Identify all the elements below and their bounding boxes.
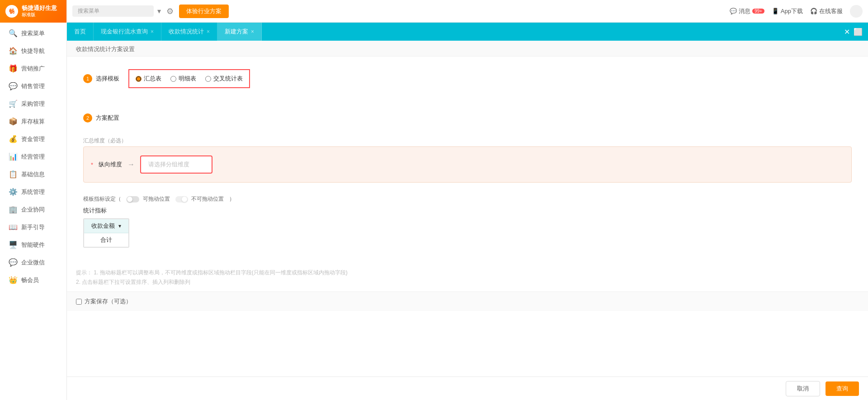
radio-detail-label: 明细表 [179, 75, 196, 83]
legend-close-paren: ） [229, 195, 235, 203]
radio-summary-input[interactable] [136, 76, 142, 82]
sidebar-label-purchase: 采购管理 [21, 100, 45, 108]
sidebar-label-search: 搜索菜单 [21, 29, 45, 38]
industry-btn[interactable]: 体验行业方案 [179, 5, 229, 18]
indicator-col-header-label: 收款金额 [91, 222, 115, 230]
sidebar-icon-newbie: 📖 [9, 223, 18, 231]
sidebar-icon-basic: 📋 [9, 170, 18, 179]
notification-badge: 99+ [752, 9, 764, 14]
support-icon: 🎧 [810, 8, 817, 14]
tab-expand-btn[interactable]: ⬜ [854, 28, 863, 36]
notification-item[interactable]: 💬 消息 99+ [730, 7, 764, 15]
arrow-right-icon: → [127, 160, 135, 169]
radio-summary-label: 汇总表 [144, 75, 161, 83]
vertical-dim-label: 纵向维度 [99, 160, 122, 169]
sidebar-icon-capital: 💰 [9, 135, 18, 143]
sidebar-label-operation: 经营管理 [21, 153, 45, 161]
tab-new-plan-close[interactable]: × [251, 28, 254, 35]
sidebar-item-quick-nav[interactable]: 🏠 快捷导航 [0, 42, 66, 60]
sidebar-label-newbie: 新手引导 [21, 223, 45, 231]
sidebar-icon-wechat: 💬 [9, 258, 18, 267]
sidebar-item-enterprise[interactable]: 🏢 企业协同 [0, 201, 66, 218]
indicator-col-body: 合计 [84, 233, 128, 247]
sidebar-item-newbie[interactable]: 📖 新手引导 [0, 218, 66, 236]
radio-cross[interactable]: 交叉统计表 [205, 75, 243, 83]
main-area: 搜索菜单 ▾ ⚙ 体验行业方案 💬 消息 99+ 📱 App下载 🎧 在线客服 [67, 0, 868, 400]
support-item[interactable]: 🎧 在线客服 [810, 7, 843, 15]
radio-cross-input[interactable] [205, 76, 211, 82]
sidebar-item-sales[interactable]: 💬 销售管理 [0, 77, 66, 95]
radio-detail[interactable]: 明细表 [170, 75, 196, 83]
bottom-bar: 取消 查询 [67, 376, 868, 400]
fixed-indicator: 不可拖动位置 [175, 195, 224, 203]
tab-receipt-stats-close[interactable]: × [207, 28, 210, 35]
radio-cross-label: 交叉统计表 [213, 75, 243, 83]
download-item[interactable]: 📱 App下载 [772, 7, 803, 15]
dimension-title: 汇总维度（必选） [83, 133, 852, 146]
sidebar-label-inventory: 库存核算 [21, 118, 45, 126]
step2-row: 2 方案配置 [76, 108, 859, 126]
sidebar-label-member: 畅会员 [21, 276, 39, 284]
header-dropdown-btn[interactable]: ▾ [157, 7, 161, 15]
sidebar-item-marketing[interactable]: 🎁 营销推广 [0, 60, 66, 77]
step1-label: 选择模板 [96, 75, 119, 83]
header-right: 💬 消息 99+ 📱 App下载 🎧 在线客服 [730, 5, 863, 18]
sidebar-label-wechat: 企业微信 [21, 259, 45, 267]
dim-select-box[interactable]: 请选择分组维度 [140, 155, 212, 174]
tab-home-label: 首页 [74, 28, 86, 36]
save-checkbox[interactable] [76, 299, 82, 305]
query-button[interactable]: 查询 [826, 381, 859, 396]
sidebar-icon-inventory: 📦 [9, 117, 18, 126]
sidebar-item-capital[interactable]: 💰 资金管理 [0, 130, 66, 148]
sidebar-icon-marketing: 🎁 [9, 64, 18, 73]
template-options-outline: 汇总表 明细表 交叉统计表 [128, 69, 250, 88]
indicator-table-wrapper: 收款金额 ▾ 合计 [83, 218, 129, 248]
movable-indicator: 可拖动位置 [127, 195, 170, 203]
sidebar-icon-quick-nav: 🏠 [9, 47, 18, 55]
sidebar-item-wechat[interactable]: 💬 企业微信 [0, 254, 66, 271]
indicator-table-section: 统计指标 收款金额 ▾ 合计 [76, 207, 859, 254]
sidebar-label-system: 系统管理 [21, 188, 45, 196]
config-inner: 汇总维度（必选） * 纵向维度 → 请选择分组维度 [76, 133, 859, 254]
tab-cashflow-close[interactable]: × [151, 28, 154, 35]
radio-detail-input[interactable] [170, 76, 176, 82]
sidebar-icon-member: 👑 [9, 276, 18, 284]
download-label: App下载 [781, 7, 803, 15]
radio-summary[interactable]: 汇总表 [136, 75, 161, 83]
dim-select-placeholder: 请选择分组维度 [148, 160, 189, 169]
sidebar-item-member[interactable]: 👑 畅会员 [0, 271, 66, 289]
download-icon: 📱 [772, 8, 779, 14]
sidebar-item-search[interactable]: 🔍 搜索菜单 [0, 24, 66, 42]
tab-cashflow[interactable]: 现金银行流水查询 × [94, 23, 161, 41]
sidebar-item-purchase[interactable]: 🛒 采购管理 [0, 95, 66, 113]
tab-receipt-stats[interactable]: 收款情况统计 × [161, 23, 217, 41]
sidebar-label-capital: 资金管理 [21, 135, 45, 143]
indicator-legend: 模板指标设定（ 可拖动位置 不可拖动位置 [76, 195, 859, 207]
sidebar-item-operation[interactable]: 📊 经营管理 [0, 148, 66, 165]
sidebar-icon-enterprise: 🏢 [9, 205, 18, 214]
logo-badge: 标准版 [22, 12, 57, 18]
sidebar-item-system[interactable]: ⚙️ 系统管理 [0, 183, 66, 201]
tip-line-1: 提示： 1. 拖动标题栏可以调整布局，不可跨维度或指标区域拖动栏目字段(只能在同… [76, 269, 859, 277]
breadcrumb-input: 搜索菜单 [72, 5, 154, 17]
content-area: 收款情况统计方案设置 1 选择模板 汇总表 [67, 41, 868, 376]
cancel-button[interactable]: 取消 [786, 381, 820, 396]
sidebar: 畅 畅捷通好生意 标准版 🔍 搜索菜单 🏠 快捷导航 🎁 营销推广 💬 销售管理… [0, 0, 67, 400]
sidebar-item-inventory[interactable]: 📦 库存核算 [0, 113, 66, 130]
tab-close-btn[interactable]: ✕ [844, 28, 850, 36]
dimension-zone: * 纵向维度 → 请选择分组维度 [83, 146, 852, 183]
chevron-down-icon: ▾ [118, 223, 121, 229]
user-avatar [850, 5, 863, 18]
sidebar-item-basic[interactable]: 📋 基础信息 [0, 165, 66, 183]
tab-home[interactable]: 首页 [67, 23, 94, 41]
tab-new-plan[interactable]: 新建方案 × [217, 23, 262, 41]
tab-bar-actions: ✕ ⬜ [839, 23, 868, 41]
fixed-label: 不可拖动位置 [191, 196, 224, 202]
notification-label: 消息 [739, 7, 750, 15]
step2-label: 方案配置 [96, 114, 119, 122]
save-checkbox-label[interactable]: 方案保存（可选） [76, 297, 132, 306]
header-gear-btn[interactable]: ⚙ [165, 5, 175, 18]
indicator-col-header[interactable]: 收款金额 ▾ [84, 219, 128, 233]
indicator-legend-text: 模板指标设定（ [83, 195, 121, 203]
sidebar-item-hardware[interactable]: 🖥️ 智能硬件 [0, 236, 66, 254]
